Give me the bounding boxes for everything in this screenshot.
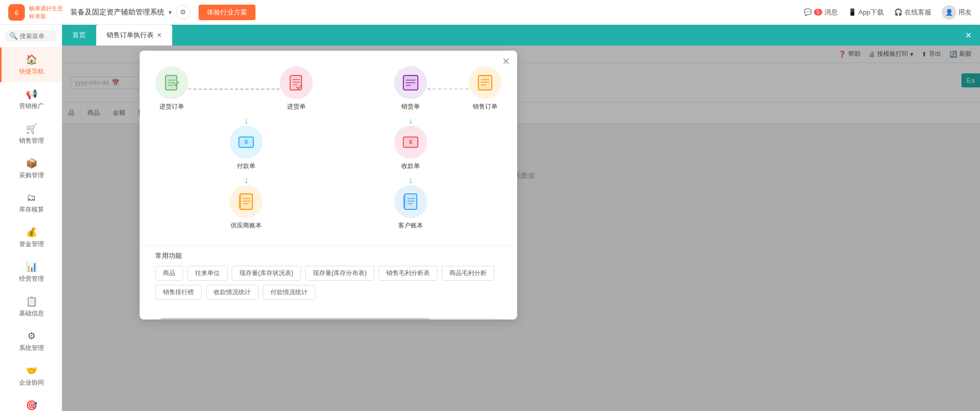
system-dropdown-button[interactable]: ▾ bbox=[169, 9, 172, 16]
modal-close-button[interactable]: ✕ bbox=[502, 56, 510, 67]
sales-order-circle bbox=[469, 66, 502, 99]
sidebar-item-sales[interactable]: 🛒 销售管理 bbox=[0, 117, 62, 151]
sidebar-item-label: 快捷导航 bbox=[19, 67, 44, 76]
sidebar-item-basic-info[interactable]: 📋 基础信息 bbox=[0, 290, 62, 324]
sidebar-item-system[interactable]: ⚙ 系统管理 bbox=[0, 324, 62, 359]
logo-text: 畅康通好生意 标准版 bbox=[29, 5, 63, 20]
cf-btn-counterparty[interactable]: 往来单位 bbox=[187, 266, 228, 281]
cf-btn-stock-distribution[interactable]: 现存量(库存分布表) bbox=[305, 266, 374, 281]
cf-btn-sales-ranking[interactable]: 销售排行榜 bbox=[155, 285, 202, 300]
basic-info-icon: 📋 bbox=[26, 296, 37, 307]
flow-node-purchase-order[interactable]: 进货订单 bbox=[155, 66, 188, 111]
cf-btn-stock-status[interactable]: 现存量(库存状况表) bbox=[232, 266, 301, 281]
sidebar-item-inventory[interactable]: 🗂 库存核算 bbox=[0, 186, 62, 220]
arrow-down-sales-receipt: ↓ bbox=[394, 116, 427, 126]
settings-button[interactable]: ⚙ bbox=[176, 5, 190, 20]
app-logo-icon: 6 bbox=[8, 4, 25, 21]
experience-button[interactable]: 体验行业方案 bbox=[199, 5, 255, 20]
sidebar-item-purchase[interactable]: 📦 采购管理 bbox=[0, 151, 62, 186]
system-title-area: 装备及固定资产辅助管理系统 ▾ ⚙ 体验行业方案 bbox=[70, 5, 804, 20]
sidebar-item-label: 系统管理 bbox=[19, 344, 44, 353]
search-input[interactable] bbox=[20, 33, 56, 40]
cf-btn-payment-stats[interactable]: 付款情况统计 bbox=[263, 285, 315, 300]
message-badge: 5 bbox=[814, 9, 822, 16]
sidebar-item-enterprise[interactable]: 🤝 企业协同 bbox=[0, 359, 62, 393]
flow-node-purchase-receipt[interactable]: 进货单 bbox=[280, 66, 313, 111]
svg-text:¥: ¥ bbox=[409, 139, 413, 146]
scroll-right-arrow[interactable]: › bbox=[500, 316, 502, 319]
svg-rect-36 bbox=[403, 195, 405, 208]
logo-area: 6 畅康通好生意 标准版 bbox=[8, 4, 70, 21]
sidebar-item-label: 营销推广 bbox=[19, 102, 44, 111]
finance-icon: 💰 bbox=[26, 226, 37, 238]
cf-btn-sales-profit-analysis[interactable]: 销售毛利分析表 bbox=[379, 266, 438, 281]
online-service-button[interactable]: 🎧 在线客服 bbox=[894, 8, 931, 17]
sidebar-item-operations[interactable]: 📊 经营管理 bbox=[0, 255, 62, 290]
close-window-button[interactable]: ✕ bbox=[957, 31, 980, 40]
app-download-button[interactable]: 📱 App下载 bbox=[848, 8, 884, 17]
cf-btn-product[interactable]: 商品 bbox=[155, 266, 183, 281]
common-buttons-row2: 销售排行榜 收款情况统计 付款情况统计 bbox=[155, 285, 502, 300]
tab-home[interactable]: 首页 bbox=[62, 25, 96, 45]
newbie-icon: 🎯 bbox=[26, 400, 37, 411]
scroll-left-arrow[interactable]: ‹ bbox=[155, 316, 157, 319]
scroll-track[interactable] bbox=[160, 318, 496, 319]
sidebar-item-quick-guide[interactable]: 🏠 快捷导航 bbox=[0, 48, 62, 82]
sidebar-item-newbie[interactable]: 🎯 新手引导 bbox=[0, 393, 62, 411]
user-menu[interactable]: 👤 用友 bbox=[942, 5, 972, 20]
message-button[interactable]: 💬 5 消息 bbox=[804, 8, 838, 17]
arrow-purchase-to-receipt: › bbox=[188, 81, 280, 97]
arrow-order-to-sales: ‹ bbox=[427, 81, 469, 97]
marketing-icon: 📢 bbox=[26, 88, 37, 100]
cf-btn-product-profit-analysis[interactable]: 商品毛利分析 bbox=[442, 266, 494, 281]
flow-node-customer-ledger[interactable]: 客户账本 bbox=[394, 185, 427, 230]
svg-text:6: 6 bbox=[15, 9, 19, 17]
user-avatar: 👤 bbox=[942, 5, 956, 20]
search-icon: 🔍 bbox=[9, 32, 18, 40]
main-layout: 🔍 🏠 快捷导航 📢 营销推广 🛒 销售管理 📦 采购管理 🗂 库存核算 💰 资… bbox=[0, 25, 980, 411]
top-header: 6 畅康通好生意 标准版 装备及固定资产辅助管理系统 ▾ ⚙ 体验行业方案 💬 … bbox=[0, 0, 980, 25]
sidebar-item-label: 经营管理 bbox=[19, 275, 44, 283]
sales-receipt-circle bbox=[394, 66, 427, 99]
receipt-slip-label: 收款单 bbox=[401, 162, 420, 171]
sidebar-item-finance[interactable]: 💰 资金管理 bbox=[0, 220, 62, 255]
svg-text:¥: ¥ bbox=[245, 139, 248, 146]
home-tab-label: 首页 bbox=[72, 31, 86, 40]
sidebar-item-marketing[interactable]: 📢 营销推广 bbox=[0, 82, 62, 117]
download-icon: 📱 bbox=[848, 8, 856, 16]
supplier-ledger-circle bbox=[230, 185, 263, 218]
sales-exec-tab-label: 销售订单执行表 bbox=[107, 31, 154, 40]
tab-close-icon[interactable]: ✕ bbox=[157, 32, 162, 39]
purchase-order-label: 进货订单 bbox=[159, 102, 184, 111]
purchase-receipt-label: 进货单 bbox=[287, 102, 306, 111]
page-content: ❓ 帮助 🖨 按模板打印 ▾ ⬆ 导出 🔄 刷新 bbox=[62, 45, 980, 411]
arrow-down-payment: ↓ bbox=[230, 176, 263, 185]
cf-btn-receipt-stats[interactable]: 收款情况统计 bbox=[206, 285, 259, 300]
sidebar: 🔍 🏠 快捷导航 📢 营销推广 🛒 销售管理 📦 采购管理 🗂 库存核算 💰 资… bbox=[0, 25, 62, 411]
modal-overlay: ✕ bbox=[62, 45, 980, 411]
system-icon: ⚙ bbox=[27, 330, 36, 342]
flow-row-3: 供应商账本 bbox=[155, 185, 502, 230]
common-functions-title: 常用功能 bbox=[155, 251, 502, 261]
sales-receipt-label: 销货单 bbox=[401, 102, 420, 111]
sidebar-item-label: 销售管理 bbox=[19, 136, 44, 145]
quick-guide-icon: 🏠 bbox=[26, 54, 37, 65]
arrow-down-receipt: ↓ bbox=[394, 176, 427, 185]
flow-node-sales-order[interactable]: 销售订单 bbox=[469, 66, 502, 111]
payment-slip-label: 付款单 bbox=[237, 162, 255, 171]
flow-node-receipt-slip[interactable]: ¥ 收款单 bbox=[394, 126, 427, 171]
user-name: 用友 bbox=[958, 8, 972, 17]
content-area: 首页 销售订单执行表 ✕ ✕ ❓ 帮助 🖨 按模板打印 ▾ bbox=[62, 25, 980, 411]
flow-node-supplier-ledger[interactable]: 供应商账本 bbox=[230, 185, 263, 230]
supplier-ledger-label: 供应商账本 bbox=[231, 221, 262, 230]
search-wrap[interactable]: 🔍 bbox=[4, 30, 57, 42]
flow-node-payment-slip[interactable]: ¥ 付款单 bbox=[230, 126, 263, 171]
scroll-thumb bbox=[160, 318, 429, 319]
sales-order-label: 销售订单 bbox=[473, 102, 497, 111]
tab-sales-exec[interactable]: 销售订单执行表 ✕ bbox=[96, 25, 172, 45]
svg-rect-17 bbox=[478, 75, 492, 90]
sidebar-item-label: 库存核算 bbox=[19, 205, 44, 214]
flow-node-sales-receipt[interactable]: 销货单 bbox=[394, 66, 427, 111]
inventory-icon: 🗂 bbox=[27, 192, 36, 203]
flow-arrows-down-row1: ↓ ↓ bbox=[155, 116, 502, 126]
